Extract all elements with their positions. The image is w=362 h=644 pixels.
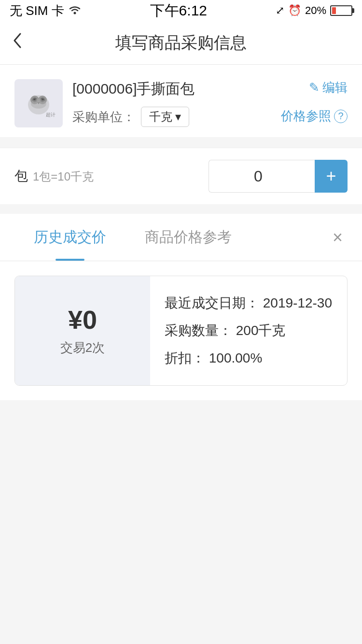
battery-icon — [330, 5, 352, 16]
unit-dropdown[interactable]: 千克 ▾ — [141, 107, 189, 127]
quantity-unit-label: 包 — [14, 167, 28, 185]
discount-label: 折扣： — [165, 350, 205, 365]
recent-date-label: 最近成交日期： — [165, 295, 259, 310]
product-unit-row: 采购单位： 千克 ▾ — [72, 107, 195, 127]
status-time: 下午6:12 — [150, 1, 207, 21]
price-display: ¥0 — [68, 305, 97, 335]
tabs-header: 历史成交价 商品价格参考 × — [0, 214, 362, 261]
price-ref-label: 价格参照 — [281, 108, 331, 125]
wifi-icon — [68, 3, 82, 18]
quantity-detail-label: 采购数量： — [165, 323, 232, 338]
quantity-detail-value: 200千克 — [236, 323, 286, 338]
price-ref-icon: ? — [334, 110, 348, 123]
tabs-section: 历史成交价 商品价格参考 × ¥0 交易2次 最近成交日期： 2019-12-3… — [0, 214, 362, 400]
tab-history-price-label: 历史成交价 — [34, 229, 106, 245]
tab-close-button[interactable]: × — [328, 218, 348, 257]
product-left: 超计 [0000006]手撕面包 采购单位： 千克 ▾ — [14, 79, 195, 127]
quantity-section: 包 1包=10千克 + — [0, 148, 362, 204]
discount-value: 100.00% — [209, 350, 263, 365]
discount-row: 折扣： 100.00% — [165, 349, 333, 367]
quantity-label-group: 包 1包=10千克 — [14, 167, 94, 185]
product-info: [0000006]手撕面包 采购单位： 千克 ▾ — [72, 79, 195, 127]
location-icon: ⤢ — [276, 4, 284, 17]
dropdown-arrow-icon: ▾ — [175, 110, 181, 124]
status-left: 无 SIM 卡 — [10, 2, 82, 19]
quantity-input-group: + — [209, 160, 348, 193]
product-section: 超计 [0000006]手撕面包 采购单位： 千克 ▾ ✎ 编辑 — [0, 65, 362, 137]
tab-price-reference-label: 商品价格参考 — [145, 229, 232, 245]
price-amount: 0 — [83, 305, 97, 334]
recent-date-row: 最近成交日期： 2019-12-30 — [165, 294, 333, 312]
page-title: 填写商品采购信息 — [115, 32, 247, 54]
product-name: [0000006]手撕面包 — [72, 79, 195, 99]
quantity-row: 采购数量： 200千克 — [165, 321, 333, 340]
quantity-conversion: 1包=10千克 — [33, 169, 94, 184]
battery-percent: 20% — [305, 4, 326, 17]
carrier-text: 无 SIM 卡 — [10, 2, 64, 19]
edit-label: 编辑 — [322, 79, 348, 96]
tab-history-price[interactable]: 历史成交价 — [14, 214, 125, 261]
tab-price-reference[interactable]: 商品价格参考 — [125, 214, 251, 261]
price-card-right: 最近成交日期： 2019-12-30 采购数量： 200千克 折扣： 100.0… — [150, 276, 347, 385]
close-icon: × — [333, 227, 343, 247]
product-thumbnail: 超计 — [14, 79, 63, 127]
trade-count: 交易2次 — [60, 339, 105, 356]
unit-value: 千克 — [149, 109, 172, 125]
card-section: ¥0 交易2次 最近成交日期： 2019-12-30 采购数量： 200千克 折… — [0, 261, 362, 400]
nav-bar: 填写商品采购信息 — [0, 21, 362, 65]
price-card-left: ¥0 交易2次 — [15, 276, 150, 385]
recent-date-value: 2019-12-30 — [263, 295, 332, 310]
svg-text:超计: 超计 — [46, 112, 56, 117]
unit-label: 采购单位： — [72, 109, 135, 126]
svg-point-0 — [73, 12, 76, 14]
section-divider-1 — [0, 137, 362, 147]
status-bar: 无 SIM 卡 下午6:12 ⤢ ⏰ 20% — [0, 0, 362, 21]
status-right: ⤢ ⏰ 20% — [276, 4, 352, 17]
quantity-plus-button[interactable]: + — [315, 160, 348, 193]
price-ref-button[interactable]: 价格参照 ? — [281, 108, 348, 125]
alarm-icon: ⏰ — [288, 4, 301, 17]
plus-icon: + — [326, 166, 336, 186]
price-card: ¥0 交易2次 最近成交日期： 2019-12-30 采购数量： 200千克 折… — [14, 276, 348, 386]
currency-symbol: ¥ — [68, 305, 83, 334]
edit-icon: ✎ — [309, 80, 320, 95]
product-header: 超计 [0000006]手撕面包 采购单位： 千克 ▾ ✎ 编辑 — [14, 79, 348, 127]
edit-button[interactable]: ✎ 编辑 — [309, 79, 348, 96]
quantity-input[interactable] — [209, 160, 315, 193]
back-button[interactable] — [12, 31, 23, 55]
